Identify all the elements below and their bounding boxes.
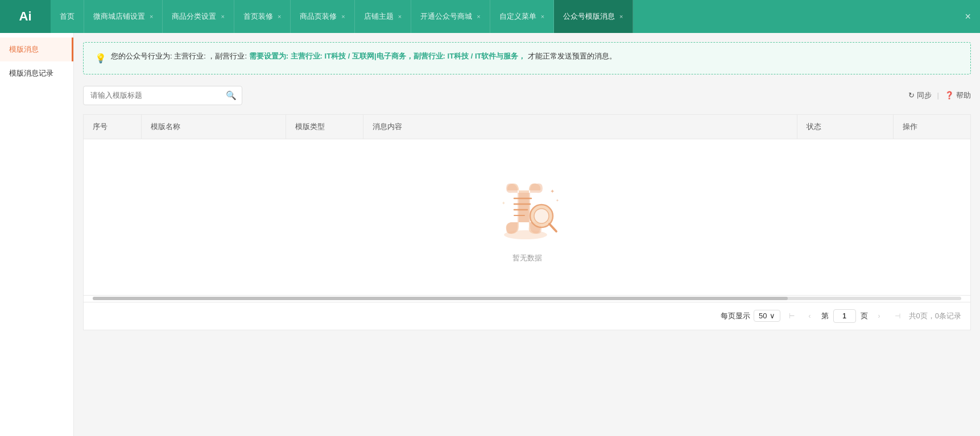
table-header: 序号模版名称模版类型消息内容状态操作 (84, 114, 971, 139)
sync-button[interactable]: ↻ 同步 (908, 90, 932, 101)
nav-tab-label-5: 店铺主题 (364, 11, 394, 22)
page-size-select: 每页显示 50 ∨ (721, 310, 780, 322)
nav-tab-close-4[interactable]: × (341, 13, 345, 20)
col-header-action: 操作 (894, 114, 971, 139)
page-unit: 页 (861, 311, 868, 321)
nav-tab-label-7: 自定义菜单 (499, 11, 536, 22)
divider: | (937, 91, 939, 99)
nav-tab-7[interactable]: 自定义菜单× (490, 0, 554, 33)
empty-row: ✦ ✦ ✦ 暂无数据 (84, 139, 971, 295)
alert-text-before: 您的公众号行业为: 主营行业: ，副营行业: (111, 52, 249, 60)
page-size-value: 50 (759, 312, 767, 320)
nav-tab-label-8: 公众号模版消息 (563, 11, 615, 22)
sync-label: 同步 (917, 90, 932, 101)
search-input[interactable] (83, 86, 242, 105)
page-next-button[interactable]: › (873, 309, 886, 323)
table-header-row: 序号模版名称模版类型消息内容状态操作 (84, 114, 971, 139)
col-header-status: 状态 (797, 114, 894, 139)
close-all-button[interactable]: × (956, 11, 980, 23)
help-icon: ❓ (945, 91, 954, 99)
col-header-type: 模版类型 (286, 114, 363, 139)
page-label: 第 (821, 311, 829, 321)
alert-icon: 💡 (95, 51, 106, 66)
nav-tab-label-4: 商品页装修 (300, 11, 337, 22)
search-icon[interactable]: 🔍 (226, 90, 237, 101)
scrollbar-area (83, 296, 971, 302)
nav-tab-label-2: 商品分类设置 (172, 11, 216, 22)
svg-text:✦: ✦ (556, 198, 559, 202)
top-nav: Ai 首页微商城店铺设置×商品分类设置×首页装修×商品页装修×店铺主题×开通公众… (0, 0, 980, 33)
alert-text: 您的公众号行业为: 主营行业: ，副营行业: 需要设置为: 主营行业: IT科技… (111, 51, 617, 63)
nav-tabs: 首页微商城店铺设置×商品分类设置×首页装修×商品页装修×店铺主题×开通公众号商城… (51, 0, 956, 33)
logo-text: Ai (19, 9, 32, 24)
empty-text: 暂无数据 (84, 253, 970, 263)
alert-text-after: 才能正常发送预置的消息。 (528, 52, 617, 60)
main-layout: 模版消息模版消息记录 💡 您的公众号行业为: 主营行业: ，副营行业: 需要设置… (0, 33, 980, 436)
page-last-button[interactable]: ⊣ (891, 309, 904, 323)
page-number-input[interactable] (833, 309, 856, 323)
svg-line-7 (549, 224, 556, 231)
pagination: 每页显示 50 ∨ ⊢ ‹ 第 页 › ⊣ 共0页，0条记录 (83, 302, 971, 330)
page-first-button[interactable]: ⊢ (785, 309, 799, 323)
nav-tab-close-7[interactable]: × (541, 13, 544, 20)
empty-state: ✦ ✦ ✦ 暂无数据 (84, 139, 970, 295)
alert-banner: 💡 您的公众号行业为: 主营行业: ，副营行业: 需要设置为: 主营行业: IT… (83, 42, 971, 74)
nav-tab-close-2[interactable]: × (221, 13, 224, 20)
col-header-index: 序号 (84, 114, 142, 139)
svg-point-6 (534, 209, 549, 223)
nav-tab-close-1[interactable]: × (150, 13, 153, 20)
help-button[interactable]: ❓ 帮助 (945, 90, 971, 101)
sync-icon: ↻ (908, 91, 915, 99)
sidebar-item-1[interactable]: 模版消息记录 (0, 61, 73, 85)
nav-tab-0[interactable]: 首页 (51, 0, 84, 33)
nav-tab-close-3[interactable]: × (278, 13, 281, 20)
nav-tab-close-8[interactable]: × (619, 13, 623, 20)
nav-tab-3[interactable]: 首页装修× (234, 0, 291, 33)
nav-tab-label-1: 微商城店铺设置 (93, 11, 145, 22)
nav-tab-close-6[interactable]: × (477, 13, 480, 20)
total-info: 共0页，0条记录 (909, 311, 961, 321)
nav-tab-1[interactable]: 微商城店铺设置× (84, 0, 163, 33)
page-size-label: 每页显示 (721, 311, 750, 321)
nav-tab-label-0: 首页 (60, 11, 75, 22)
svg-text:✦: ✦ (502, 201, 506, 206)
nav-tab-close-5[interactable]: × (398, 13, 402, 20)
nav-tab-8[interactable]: 公众号模版消息× (554, 0, 632, 33)
alert-text-highlight: 需要设置为: 主营行业: IT科技 / 互联网|电子商务，副营行业: IT科技 … (249, 52, 526, 60)
content-area: 💡 您的公众号行业为: 主营行业: ，副营行业: 需要设置为: 主营行业: IT… (74, 33, 980, 436)
scrollbar-track[interactable] (93, 297, 961, 300)
nav-tab-4[interactable]: 商品页装修× (291, 0, 354, 33)
sidebar-item-0[interactable]: 模版消息 (0, 38, 73, 61)
sidebar: 模版消息模版消息记录 (0, 33, 74, 436)
help-label: 帮助 (956, 90, 971, 101)
col-header-content: 消息内容 (363, 114, 797, 139)
data-table: 序号模版名称模版类型消息内容状态操作 (83, 114, 971, 296)
nav-tab-6[interactable]: 开通公众号商城× (411, 0, 490, 33)
nav-tab-label-6: 开通公众号商城 (420, 11, 472, 22)
logo: Ai (0, 0, 51, 33)
nav-tab-label-3: 首页装修 (243, 11, 273, 22)
search-input-wrap: 🔍 (83, 86, 242, 105)
chevron-down-icon: ∨ (770, 312, 775, 320)
nav-tab-2[interactable]: 商品分类设置× (163, 0, 234, 33)
empty-illustration: ✦ ✦ ✦ (84, 173, 970, 247)
col-header-name: 模版名称 (141, 114, 286, 139)
nav-tab-5[interactable]: 店铺主题× (355, 0, 411, 33)
page-prev-button[interactable]: ‹ (803, 309, 817, 323)
search-bar: 🔍 ↻ 同步 | ❓ 帮助 (83, 86, 971, 105)
scrollbar-thumb (93, 297, 788, 300)
toolbar-right: ↻ 同步 | ❓ 帮助 (908, 90, 971, 101)
page-size-dropdown[interactable]: 50 ∨ (754, 310, 780, 322)
svg-text:✦: ✦ (550, 188, 555, 194)
table-body: ✦ ✦ ✦ 暂无数据 (84, 139, 971, 295)
